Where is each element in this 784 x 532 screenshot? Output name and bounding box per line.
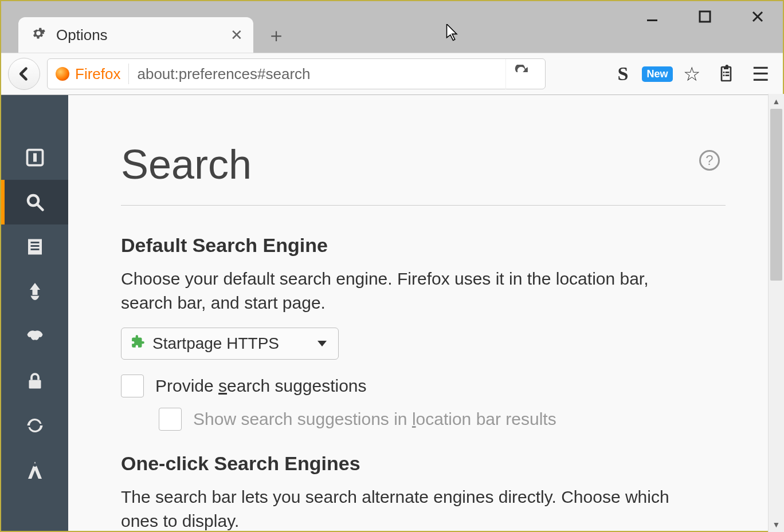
separator [128,64,129,84]
provide-suggestions-checkbox[interactable] [121,375,144,397]
svg-rect-15 [30,249,39,250]
svg-rect-1 [700,11,710,22]
scroll-down-button[interactable]: ▼ [769,517,784,532]
back-button[interactable] [8,58,40,90]
sidebar-item-advanced[interactable] [1,448,68,492]
close-tab-button[interactable]: ✕ [230,26,243,44]
svg-rect-6 [723,74,725,76]
provide-suggestions-row[interactable]: Provide search suggestions [121,375,748,397]
url-bar[interactable]: Firefox about:preferences#search [47,58,546,89]
tab-options[interactable]: Options ✕ [18,17,253,53]
show-in-locationbar-label: Show search suggestions in location bar … [193,409,556,429]
default-engine-select[interactable]: Startpage HTTPS [121,328,339,360]
scroll-up-button[interactable]: ▲ [769,94,784,109]
navigation-toolbar: Firefox about:preferences#search S New ☆… [1,53,783,95]
extension-stylish-button[interactable]: S [607,58,638,89]
gear-icon [30,25,47,46]
identity-label: Firefox [75,65,120,83]
firefox-icon [56,67,69,81]
page-title: Search [121,141,748,188]
section-default-engine-desc: Choose your default search engine. Firef… [121,267,683,315]
svg-rect-9 [33,153,37,162]
svg-rect-13 [30,242,39,243]
sidebar-item-applications[interactable] [1,269,68,314]
show-in-locationbar-checkbox [159,408,182,431]
minimize-button[interactable] [626,0,679,33]
close-window-button[interactable] [731,0,784,33]
divider [121,205,726,206]
new-tab-button[interactable]: ＋ [259,18,293,53]
sidebar-item-sync[interactable] [1,403,68,448]
svg-point-17 [33,463,37,467]
svg-rect-16 [29,380,41,389]
tab-title: Options [56,26,108,44]
bookmark-star-button[interactable]: ☆ [676,58,707,89]
puzzle-icon [131,334,146,353]
scroll-thumb[interactable] [770,109,782,281]
svg-rect-14 [30,245,39,247]
cursor-icon [446,24,458,45]
svg-line-11 [37,205,42,210]
chevron-down-icon [317,341,327,346]
sidebar-item-general[interactable] [1,135,68,180]
section-default-engine-heading: Default Search Engine [121,234,748,257]
sidebar-item-search[interactable] [1,180,68,224]
help-button[interactable]: ? [699,150,720,171]
new-badge: New [642,66,672,82]
svg-rect-0 [647,19,657,21]
maximize-button[interactable] [679,0,731,33]
menu-button[interactable]: ☰ [745,58,776,89]
extension-new-badge-button[interactable]: New [642,58,673,89]
provide-suggestions-label: Provide search suggestions [155,376,367,396]
url-text: about:preferences#search [137,65,505,83]
content-area: ? Search Default Search Engine Choose yo… [68,95,783,531]
svg-rect-7 [726,74,730,76]
sidebar-item-privacy[interactable] [1,314,68,358]
sidebar-item-content[interactable] [1,224,68,269]
reload-button[interactable] [505,59,537,89]
sidebar-item-security[interactable] [1,358,68,403]
preferences-sidebar [1,95,68,531]
show-in-locationbar-row: Show search suggestions in location bar … [159,408,748,431]
section-oneclick-desc: The search bar lets you search alternate… [121,485,683,531]
section-oneclick-heading: One-click Search Engines [121,452,748,475]
svg-rect-4 [723,72,725,73]
svg-rect-5 [726,72,730,73]
selected-engine-label: Startpage HTTPS [152,334,279,353]
vertical-scrollbar[interactable]: ▲ ▼ [768,94,784,532]
reading-list-button[interactable] [711,58,742,89]
